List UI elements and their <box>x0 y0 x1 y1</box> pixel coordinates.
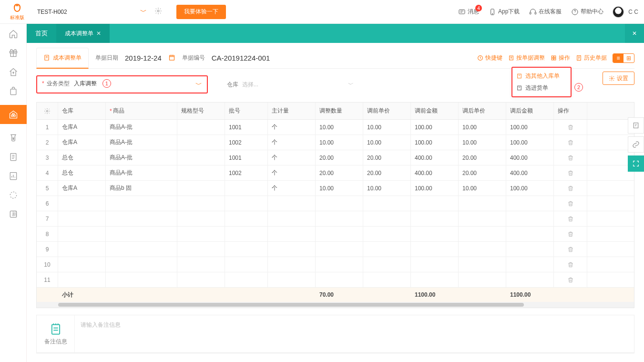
nav-home-icon[interactable] <box>8 29 19 39</box>
org-settings-icon[interactable] <box>154 7 162 16</box>
col-header: 调后单价 <box>459 103 506 119</box>
table-row[interactable]: 6 <box>37 196 634 211</box>
svg-text:新: 新 <box>11 211 16 217</box>
grid-config-icon[interactable] <box>37 103 58 119</box>
nav-bag-icon[interactable] <box>8 86 19 96</box>
delete-row-icon[interactable] <box>554 211 587 226</box>
calendar-icon[interactable] <box>168 54 175 62</box>
table-row[interactable]: 7 <box>37 211 634 227</box>
delete-row-icon[interactable] <box>554 165 587 180</box>
topbar: 标准版 TEST-H002 ﹀ 我要体验一下 消息 4 App下载 在线客服 帮… <box>0 0 644 24</box>
org-dropdown[interactable]: TEST-H002 ﹀ <box>32 4 152 20</box>
chevron-down-icon: ﹀ <box>195 81 202 89</box>
messages-button[interactable]: 消息 4 <box>458 8 479 16</box>
table-row[interactable]: 8 <box>37 227 634 242</box>
message-badge: 4 <box>475 5 482 11</box>
svg-point-29 <box>46 110 48 112</box>
history-button[interactable]: 历史单据 <box>576 54 607 62</box>
help-button[interactable]: 帮助中心 <box>571 8 603 16</box>
date-label: 单据日期 <box>95 54 118 62</box>
settings-button[interactable]: 设置 <box>603 72 634 85</box>
delete-row-icon[interactable] <box>554 196 587 211</box>
nav-report-icon[interactable] <box>8 171 19 181</box>
list-view-icon[interactable]: ≡ <box>613 54 624 62</box>
download-button[interactable]: App下载 <box>489 8 520 16</box>
col-header: 仓库 <box>58 103 106 119</box>
bybill-button[interactable]: 按单据调整 <box>508 54 545 62</box>
close-icon[interactable]: ✕ <box>96 30 101 37</box>
delete-row-icon[interactable] <box>554 120 587 134</box>
shortcut-button[interactable]: 快捷键 <box>477 54 502 62</box>
nav-gift-icon[interactable] <box>8 48 19 58</box>
grid-view-icon[interactable]: ⊞ <box>624 54 634 62</box>
delete-row-icon[interactable] <box>554 257 587 272</box>
delete-row-icon[interactable] <box>554 227 587 241</box>
note-icon[interactable] <box>628 117 644 134</box>
username: C C <box>628 9 638 15</box>
filter-row: * 业务类型 入库调整 1 ﹀ 仓库 选择... ﹀ 选其他入库单 选进货单 2… <box>36 69 634 102</box>
delete-row-icon[interactable] <box>554 242 587 257</box>
col-header: 调整数量 <box>316 103 363 119</box>
docno-label: 单据编号 <box>182 54 205 62</box>
delete-row-icon[interactable] <box>554 150 587 165</box>
nav-money-icon[interactable] <box>8 133 19 143</box>
biztype-select[interactable]: * 业务类型 入库调整 1 ﹀ <box>36 75 208 93</box>
table-row[interactable]: 1仓库A商品A-批1001个10.0010.00100.0010.00100.0… <box>37 120 634 135</box>
table-row[interactable]: 3总仓商品A-批1001个20.0020.00400.0020.00400.00 <box>37 150 634 165</box>
table-row[interactable]: 2仓库A商品A-批1002个10.0010.00100.0010.00100.0… <box>37 135 634 150</box>
svg-rect-23 <box>552 58 553 60</box>
nav-up-icon[interactable] <box>8 67 19 77</box>
remark-icon: 备注信息 <box>37 315 75 352</box>
annotation-1: 1 <box>102 79 111 88</box>
right-tools <box>628 117 644 172</box>
popup-other-inbound[interactable]: 选其他入库单 <box>515 70 568 82</box>
avatar[interactable] <box>612 6 624 18</box>
expand-icon[interactable] <box>628 155 644 172</box>
svg-rect-1 <box>459 10 465 14</box>
page-tabs: 首页 成本调整单 ✕ ✕ <box>27 24 644 43</box>
svg-rect-31 <box>634 123 638 128</box>
nav-warehouse-icon[interactable] <box>0 105 27 124</box>
delete-row-icon[interactable] <box>554 181 587 196</box>
table-row[interactable]: 10 <box>37 257 634 272</box>
delete-row-icon[interactable] <box>554 135 587 150</box>
tab-cost-adjust[interactable]: 成本调整单 ✕ <box>56 24 110 43</box>
popup-purchase[interactable]: 选进货单 <box>515 82 568 94</box>
delete-row-icon[interactable] <box>554 272 587 287</box>
chevron-down-icon: ﹀ <box>140 8 147 16</box>
h-scrollbar[interactable] <box>37 302 634 308</box>
col-header: 主计量 <box>268 103 316 119</box>
table-row[interactable]: 9 <box>37 242 634 257</box>
doc-type-tab[interactable]: 成本调整单 <box>36 48 89 69</box>
col-header: 操作 <box>554 103 587 119</box>
svg-point-3 <box>492 13 492 14</box>
grid-subtotal: 小计 70.00 1100.00 1100.00 <box>37 288 634 302</box>
tab-home[interactable]: 首页 <box>27 24 56 43</box>
service-button[interactable]: 在线客服 <box>529 8 562 16</box>
table-row[interactable]: 5仓库A商品b 固个10.0010.00100.0010.00100.00 <box>37 181 634 196</box>
svg-rect-4 <box>530 12 532 14</box>
svg-rect-18 <box>169 55 174 60</box>
chevron-down-icon: ﹀ <box>348 81 354 89</box>
trial-button[interactable]: 我要体验一下 <box>176 5 226 19</box>
nav-doc-icon[interactable] <box>8 152 19 162</box>
nav-sync-icon[interactable] <box>8 190 19 200</box>
sidebar: 新 <box>0 24 27 362</box>
logo: 标准版 <box>6 3 29 21</box>
edition-label: 标准版 <box>10 14 24 21</box>
annotation-2: 2 <box>574 83 583 92</box>
close-all-tabs[interactable]: ✕ <box>625 24 644 43</box>
date-value[interactable]: 2019-12-24 <box>125 54 162 62</box>
svg-rect-26 <box>518 74 521 78</box>
link-icon[interactable] <box>628 136 644 153</box>
remark-input[interactable] <box>75 315 634 352</box>
table-row[interactable]: 11 <box>37 272 634 288</box>
grid-header: 仓库*商品规格型号批号主计量调整数量调前单价调前金额调后单价调后金额操作 <box>37 103 634 120</box>
view-toggle[interactable]: ≡⊞ <box>613 53 634 63</box>
document-header: 成本调整单 单据日期 2019-12-24 单据编号 CA-20191224-0… <box>36 48 634 69</box>
svg-point-28 <box>611 77 613 79</box>
ops-button[interactable]: 操作 <box>551 54 570 62</box>
nav-new-icon[interactable]: 新 <box>8 209 19 219</box>
warehouse-select[interactable]: 仓库 选择... ﹀ <box>227 81 354 89</box>
table-row[interactable]: 4总仓商品A-批1002个20.0020.00400.0020.00400.00 <box>37 165 634 181</box>
